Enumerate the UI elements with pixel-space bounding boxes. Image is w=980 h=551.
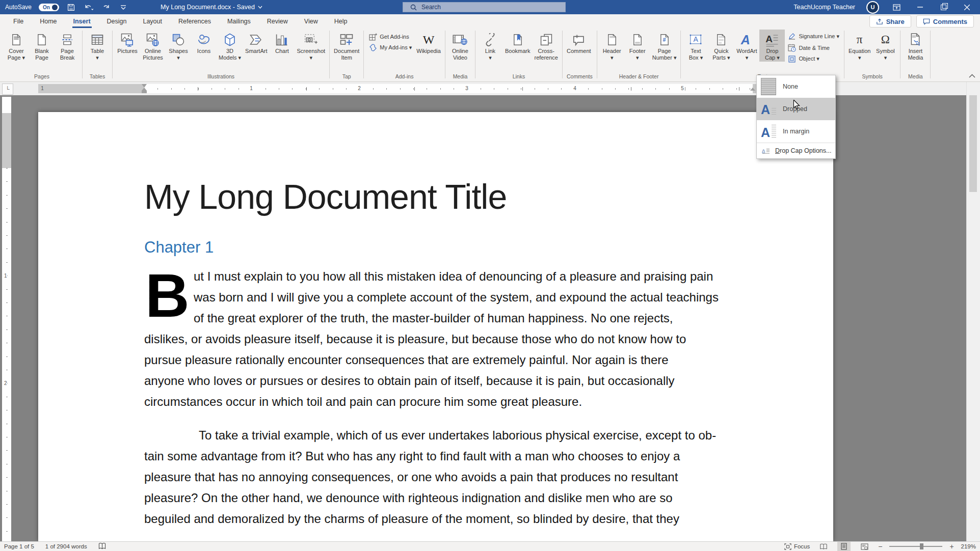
tab-insert[interactable]: Insert xyxy=(65,14,99,29)
redo-icon[interactable] xyxy=(101,2,111,13)
ribbon-button-date-time[interactable]: Date & Time xyxy=(786,43,841,52)
ribbon-button-online-video[interactable]: OnlineVideo xyxy=(447,30,473,62)
autosave-toggle[interactable]: On xyxy=(39,4,59,11)
focus-button[interactable]: Focus xyxy=(784,543,810,550)
menu-item-none[interactable]: None xyxy=(757,75,835,98)
doc-title-text[interactable]: My Long Document Title xyxy=(144,177,507,216)
ribbon-button-cross-reference[interactable]: Cross-reference xyxy=(532,30,560,62)
ribbon-button-screenshot[interactable]: Screenshot▾ xyxy=(295,30,327,62)
restore-button[interactable] xyxy=(937,0,949,14)
ribbon-button-my-add-ins[interactable]: My Add-ins ▾ xyxy=(367,43,413,52)
zoom-slider-thumb[interactable] xyxy=(920,543,923,549)
vertical-ruler[interactable]: 12 xyxy=(2,97,11,541)
ribbon-button-quick-parts[interactable]: QuickParts ▾ xyxy=(708,30,734,62)
document-title[interactable]: My Long Document.docx - Saved xyxy=(153,0,270,14)
ribbon-button-text-box[interactable]: ATextBox ▾ xyxy=(683,30,708,62)
ribbon-button-wikipedia[interactable]: WWikipedia xyxy=(414,30,443,55)
tab-mailings[interactable]: Mailings xyxy=(219,14,259,29)
ribbon-button-page-break[interactable]: PageBreak xyxy=(55,30,80,62)
first-line-indent-marker[interactable] xyxy=(142,84,147,88)
tab-review[interactable]: Review xyxy=(259,14,296,29)
ribbon-button-insert-media[interactable]: InsertMedia xyxy=(903,30,928,62)
ribbon-button-footer[interactable]: Footer▾ xyxy=(625,30,650,62)
scrollbar-thumb[interactable] xyxy=(969,95,977,192)
body-text-line[interactable]: circumstances occur in which toil and pa… xyxy=(144,394,582,409)
ribbon-button-drop-cap[interactable]: ADropCap ▾ xyxy=(759,30,785,62)
tab-layout[interactable]: Layout xyxy=(135,14,170,29)
body-text-line[interactable]: was born and I will give you a complete … xyxy=(194,290,719,305)
body-text-line[interactable]: of the great explorer of the truth, the … xyxy=(194,311,673,326)
ribbon-button-link[interactable]: Link▾ xyxy=(478,30,503,62)
customize-qat-icon[interactable] xyxy=(118,2,128,13)
ribbon-display-options-icon[interactable] xyxy=(890,0,903,14)
ribbon-button-symbol[interactable]: ΩSymbol▾ xyxy=(872,30,898,62)
page-indicator[interactable]: Page 1 of 5 xyxy=(4,543,34,549)
ribbon-button-get-add-ins[interactable]: Get Add-ins xyxy=(367,32,413,41)
body-text-line[interactable]: To take a trivial example, which of us e… xyxy=(199,428,716,443)
undo-icon[interactable] xyxy=(84,2,94,13)
tab-references[interactable]: References xyxy=(170,14,219,29)
user-name[interactable]: TeachUcomp Teacher xyxy=(793,4,855,11)
ribbon-button-bookmark[interactable]: Bookmark xyxy=(503,30,533,55)
ribbon-button-object[interactable]: Object ▾ xyxy=(786,54,841,64)
ribbon-button-smartart[interactable]: SmartArt xyxy=(243,30,269,55)
ribbon-button-chart[interactable]: Chart xyxy=(269,30,295,55)
ribbon-button-comment[interactable]: Comment xyxy=(565,30,593,55)
save-icon[interactable] xyxy=(66,2,76,13)
link-label: Link▾ xyxy=(485,48,495,61)
body-text-line[interactable]: ut I must explain to you how all this mi… xyxy=(194,269,713,284)
body-text-line[interactable]: pleasure? On the other hand, we denounce… xyxy=(144,490,673,506)
ribbon-button-blank-page[interactable]: BlankPage xyxy=(29,30,55,62)
body-text-line[interactable]: pleasure that has no annoying consequenc… xyxy=(144,470,678,485)
read-mode-button[interactable] xyxy=(817,542,830,551)
left-indent-marker[interactable] xyxy=(142,91,147,93)
collapse-ribbon-icon[interactable] xyxy=(967,72,976,79)
web-layout-button[interactable] xyxy=(858,542,871,551)
ribbon-button-online-pictures[interactable]: OnlinePictures xyxy=(140,30,166,62)
ribbon-button-document-item[interactable]: DocumentItem xyxy=(332,30,361,62)
avatar[interactable]: U xyxy=(866,1,879,14)
zoom-slider[interactable] xyxy=(889,546,942,547)
ribbon-button-wordart[interactable]: AWordArt▾ xyxy=(734,30,759,62)
proofing-icon[interactable] xyxy=(98,543,106,550)
zoom-in-button[interactable]: + xyxy=(949,542,953,550)
ribbon-button-equation[interactable]: πEquation▾ xyxy=(846,30,872,62)
zoom-level[interactable]: 219% xyxy=(961,543,976,549)
ribbon-button-shapes[interactable]: Shapes▾ xyxy=(166,30,191,62)
ribbon-button-pictures[interactable]: Pictures xyxy=(115,30,140,55)
document-page[interactable]: My Long Document Title Chapter 1 B ut I … xyxy=(38,112,833,541)
body-text-line[interactable]: beguiled and demoralized by the charms o… xyxy=(144,511,679,527)
menu-item-drop-cap-options[interactable]: ADrop Cap Options... xyxy=(757,143,835,158)
ribbon-button-icons[interactable]: Icons xyxy=(191,30,217,55)
comments-button[interactable]: Comments xyxy=(916,15,974,27)
minimize-button[interactable] xyxy=(914,0,926,14)
body-text-line[interactable]: anyone who loves or pursues or desires t… xyxy=(144,373,675,389)
tab-design[interactable]: Design xyxy=(99,14,135,29)
ribbon-button-header[interactable]: Header▾ xyxy=(599,30,625,62)
body-text-line[interactable]: tain some advantage from it? But who has… xyxy=(144,449,680,464)
word-count[interactable]: 1 of 2904 words xyxy=(45,543,87,549)
close-button[interactable] xyxy=(961,0,973,14)
ribbon-button-3d-models[interactable]: 3DModels ▾ xyxy=(217,30,243,62)
body-text-line[interactable]: pursue pleasure rationally encounter con… xyxy=(144,352,669,368)
ribbon-button-cover-page[interactable]: CoverPage ▾ xyxy=(4,30,29,62)
body-text-line[interactable]: dislikes, or avoids pleasure itself, bec… xyxy=(144,332,686,347)
search-input[interactable]: Search xyxy=(403,2,566,12)
ribbon-button-page-number[interactable]: #PageNumber ▾ xyxy=(650,30,679,62)
tab-help[interactable]: Help xyxy=(326,14,356,29)
chapter-heading[interactable]: Chapter 1 xyxy=(144,238,214,257)
tab-view[interactable]: View xyxy=(296,14,326,29)
horizontal-ruler[interactable]: 112345 xyxy=(38,84,833,93)
vertical-scrollbar[interactable] xyxy=(966,82,980,541)
print-layout-button[interactable] xyxy=(837,542,851,551)
menu-item-in-margin[interactable]: AIn margin xyxy=(757,120,835,143)
tab-home[interactable]: Home xyxy=(32,14,65,29)
ribbon-button-signature-line[interactable]: Signature Line ▾ xyxy=(786,32,841,41)
share-button[interactable]: Share xyxy=(869,15,911,27)
zoom-out-button[interactable]: − xyxy=(878,542,882,550)
tab-file[interactable]: File xyxy=(5,14,32,29)
ribbon-button-table[interactable]: Table▾ xyxy=(85,30,110,62)
drop-cap-letter[interactable]: B xyxy=(145,267,190,324)
tab-selector[interactable]: └ xyxy=(2,84,13,95)
right-indent-marker[interactable] xyxy=(750,88,755,91)
